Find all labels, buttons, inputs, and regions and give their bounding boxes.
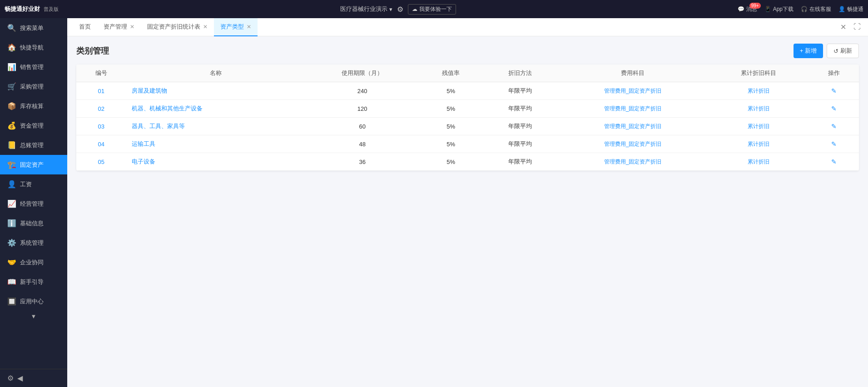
cell-cumulative-account: 累计折旧 — [708, 135, 809, 153]
edit-icon[interactable]: ✎ — [831, 140, 837, 148]
cell-action[interactable]: ✎ — [809, 82, 859, 100]
close-tab-icon[interactable]: ✕ — [838, 22, 848, 32]
table-row: 05 电子设备 36 5% 年限平均 管理费用_固定资产折旧 累计折旧 ✎ — [76, 153, 859, 171]
sidebar-item-fixed-assets[interactable]: 🏗️ 固定资产 — [0, 155, 67, 174]
table-row: 03 器具、工具、家具等 60 5% 年限平均 管理费用_固定资产折旧 累计折旧… — [76, 118, 859, 135]
tab-close-asset-mgmt[interactable]: ✕ — [130, 24, 134, 30]
col-header: 使用期限（月） — [305, 64, 420, 82]
settings-icon[interactable]: ⚙ — [397, 5, 403, 14]
sidebar-item-business[interactable]: 📈 经营管理 — [0, 194, 67, 213]
sidebar-item-payroll[interactable]: 👤 工资 — [0, 174, 67, 194]
tab-depreciation[interactable]: 固定资产折旧统计表✕ — [141, 18, 214, 36]
sidebar-item-cooperation[interactable]: 🤝 企业协同 — [0, 253, 67, 272]
topbar: 畅捷通好业财 普及版 医疗器械行业演示 ▾ ⚙ ☁ 我要体验一下 💬 消息 99… — [0, 0, 868, 18]
cell-action[interactable]: ✎ — [809, 135, 859, 153]
sidebar-scroll-down[interactable]: ▼ — [0, 311, 67, 322]
page-content: 类别管理 + 新增 ↺ 刷新 编号名称使用期限（月）残值率折旧方法费用科目累计折… — [67, 36, 868, 387]
table-row: 04 运输工具 48 5% 年限平均 管理费用_固定资产折旧 累计折旧 ✎ — [76, 135, 859, 153]
edit-icon[interactable]: ✎ — [831, 87, 837, 94]
cell-depreciation-method: 年限平均 — [482, 82, 558, 100]
collapse-icon[interactable]: ◀ — [17, 374, 23, 382]
settings-bottom-icon[interactable]: ⚙ — [7, 374, 14, 382]
sidebar-item-system[interactable]: ⚙️ 系统管理 — [0, 233, 67, 253]
app-download-label: App下载 — [773, 5, 794, 13]
notifications-item[interactable]: 💬 消息 99+ — [738, 5, 757, 13]
sidebar-item-purchase[interactable]: 🛒 采购管理 — [0, 77, 67, 96]
sidebar-icon-ledger: 📒 — [7, 141, 16, 149]
edit-icon[interactable]: ✎ — [831, 105, 837, 112]
tab-home[interactable]: 首页 — [73, 18, 97, 36]
notifications-badge: 99+ — [749, 3, 761, 9]
sidebar-item-guide[interactable]: 📖 新手引导 — [0, 272, 67, 292]
sidebar-label-fixed-assets: 固定资产 — [20, 161, 44, 169]
tab-asset-mgmt[interactable]: 资产管理✕ — [97, 18, 141, 36]
sidebar-icon-sales: 📊 — [7, 63, 16, 71]
sidebar-icon-quick-nav: 🏠 — [7, 43, 16, 52]
tab-close-asset-type[interactable]: ✕ — [247, 24, 251, 30]
user-icon: 👤 — [838, 6, 845, 12]
cell-action[interactable]: ✎ — [809, 118, 859, 135]
cell-period: 60 — [305, 118, 420, 135]
experience-button[interactable]: ☁ 我要体验一下 — [408, 4, 456, 15]
sidebar-icon-cooperation: 🤝 — [7, 258, 16, 267]
sidebar-icon-inventory: 📦 — [7, 102, 16, 110]
cell-name: 电子设备 — [126, 153, 305, 171]
edit-icon[interactable]: ✎ — [831, 123, 837, 130]
sidebar-item-sales[interactable]: 📊 销售管理 — [0, 57, 67, 77]
cell-code: 02 — [76, 100, 126, 118]
app-edition: 普及版 — [44, 6, 59, 13]
sidebar-item-search[interactable]: 🔍 搜索菜单 — [0, 18, 67, 38]
new-button[interactable]: + 新增 — [794, 44, 823, 58]
table-row: 02 机器、机械和其他生产设备 120 5% 年限平均 管理费用_固定资产折旧 … — [76, 100, 859, 118]
sidebar-item-basics[interactable]: ℹ️ 基础信息 — [0, 213, 67, 233]
sidebar-item-ledger[interactable]: 📒 总账管理 — [0, 135, 67, 155]
headset-icon: 🎧 — [801, 6, 808, 12]
cell-action[interactable]: ✎ — [809, 100, 859, 118]
topbar-center: 医疗器械行业演示 ▾ ⚙ ☁ 我要体验一下 — [340, 4, 456, 15]
cell-code: 05 — [76, 153, 126, 171]
cell-cumulative-account: 累计折旧 — [708, 100, 809, 118]
cell-action[interactable]: ✎ — [809, 153, 859, 171]
sidebar-icon-system: ⚙️ — [7, 238, 16, 247]
sidebar-icon-purchase: 🛒 — [7, 82, 16, 91]
sidebar-item-inventory[interactable]: 📦 库存核算 — [0, 96, 67, 116]
cell-depreciation-method: 年限平均 — [482, 153, 558, 171]
sidebar-label-system: 系统管理 — [20, 239, 44, 247]
col-header: 累计折旧科目 — [708, 64, 809, 82]
cell-name: 房屋及建筑物 — [126, 82, 305, 100]
cell-name: 器具、工具、家具等 — [126, 118, 305, 135]
cell-cumulative-account: 累计折旧 — [708, 82, 809, 100]
cell-cumulative-account: 累计折旧 — [708, 153, 809, 171]
refresh-button[interactable]: ↺ 刷新 — [827, 44, 859, 58]
sidebar-icon-payroll: 👤 — [7, 180, 16, 189]
sidebar-item-capital[interactable]: 💰 资金管理 — [0, 116, 67, 135]
sidebar-label-search: 搜索菜单 — [20, 24, 44, 32]
col-header: 操作 — [809, 64, 859, 82]
download-icon: 📱 — [764, 6, 771, 12]
customer-service-item[interactable]: 🎧 在线客服 — [801, 5, 831, 13]
cell-cumulative-account: 累计折旧 — [708, 118, 809, 135]
cell-period: 120 — [305, 100, 420, 118]
cell-period: 48 — [305, 135, 420, 153]
expand-icon[interactable]: ⛶ — [852, 22, 863, 32]
chevron-down-icon: ▾ — [389, 6, 392, 13]
page-header: 类别管理 + 新增 ↺ 刷新 — [76, 44, 859, 58]
edit-icon[interactable]: ✎ — [831, 158, 837, 165]
cell-expense-account: 管理费用_固定资产折旧 — [558, 82, 708, 100]
company-selector[interactable]: 医疗器械行业演示 ▾ — [340, 5, 392, 13]
company-name: 医疗器械行业演示 — [340, 5, 387, 13]
cell-depreciation-method: 年限平均 — [482, 135, 558, 153]
cell-period: 36 — [305, 153, 420, 171]
sidebar-label-capital: 资金管理 — [20, 122, 44, 130]
sidebar-item-apps[interactable]: 🔲 应用中心 — [0, 292, 67, 311]
tab-close-depreciation[interactable]: ✕ — [203, 24, 208, 30]
sidebar-item-quick-nav[interactable]: 🏠 快捷导航 — [0, 38, 67, 57]
sidebar-label-sales: 销售管理 — [20, 63, 44, 71]
user-item[interactable]: 👤 畅捷通 — [838, 5, 863, 13]
page-title: 类别管理 — [76, 45, 109, 56]
app-download-item[interactable]: 📱 App下载 — [764, 5, 794, 13]
tab-asset-type[interactable]: 资产类型✕ — [214, 18, 258, 36]
user-label: 畅捷通 — [847, 5, 863, 13]
cell-expense-account: 管理费用_固定资产折旧 — [558, 100, 708, 118]
sidebar-label-cooperation: 企业协同 — [20, 258, 44, 267]
